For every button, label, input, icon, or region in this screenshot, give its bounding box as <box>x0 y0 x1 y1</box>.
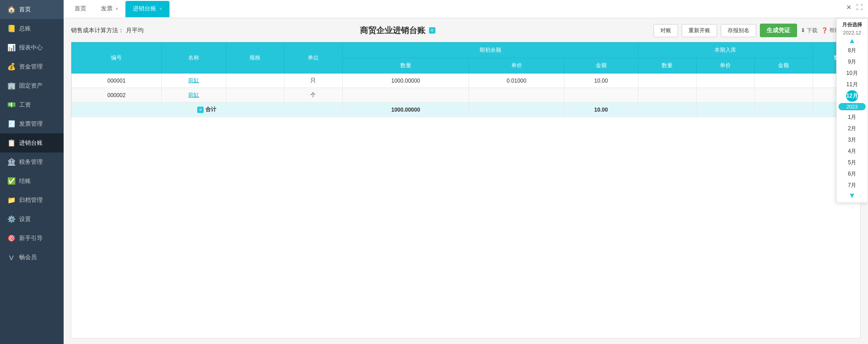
close-window-button[interactable]: ✕ <box>846 4 852 11</box>
sidebar-icon-salary: 💵 <box>7 101 15 109</box>
main-table: 编号 名称 规格 单位 期初余额 本期入库 数 数量 单价 金额 数量 单价 <box>71 42 860 117</box>
tab-close-invoice[interactable]: × <box>115 6 118 11</box>
note-icon[interactable]: ≡ <box>429 27 435 34</box>
scroll-up-button[interactable]: ▲ <box>838 36 866 45</box>
sidebar-label-salary: 工资 <box>19 101 31 109</box>
sidebar-item-settings[interactable]: ⚙️设置 <box>0 210 64 229</box>
sidebar-item-member[interactable]: V畅会员 <box>0 248 64 267</box>
cost-method-text: 销售成本计算方法： <box>71 27 124 34</box>
reopen-button[interactable]: 重新开账 <box>682 24 717 37</box>
sidebar-item-closing[interactable]: ✅结账 <box>0 172 64 191</box>
month-item-2023-2月[interactable]: 2月 <box>848 123 857 134</box>
col-current-inbound: 本期入库 <box>638 43 813 58</box>
sidebar-label-ledger: 总账 <box>19 25 31 33</box>
page-title-area: 商贸企业进销台账 ≡ <box>360 25 437 36</box>
month-item-2022-11月[interactable]: 11月 <box>846 79 858 90</box>
col-opening-qty: 数量 <box>342 58 469 74</box>
sidebar-item-funds[interactable]: 💰资金管理 <box>0 57 64 76</box>
total-opening-price <box>469 103 564 117</box>
sidebar-icon-invoice-mgmt: 🧾 <box>7 120 15 128</box>
tab-close-purchase-sale[interactable]: × <box>159 6 162 11</box>
sidebar-item-purchase-sale[interactable]: 📋进销台账 <box>0 133 64 152</box>
maximize-window-button[interactable]: ⛶ <box>856 4 863 11</box>
month-panel-current-year: 2022.12 <box>843 30 861 35</box>
cell-inbound-price <box>696 74 754 88</box>
sidebar-label-closing: 结账 <box>19 177 31 185</box>
months-2023: 1月2月3月4月5月6月7月 <box>848 112 857 191</box>
toolbar-buttons: 对账 重新开账 存报别名 生成凭证 ⬇ 下载 ❓ 帮助 ↺ 刷新 <box>653 24 861 37</box>
sidebar-item-assets[interactable]: 🏢固定资产 <box>0 76 64 95</box>
total-opening-amount: 10.00 <box>564 103 638 117</box>
sidebar-label-reports: 报表中心 <box>19 44 43 52</box>
col-opening-amount: 金额 <box>564 58 638 74</box>
cell-unit: 只 <box>284 74 342 88</box>
month-item-2023-3月[interactable]: 3月 <box>848 134 857 146</box>
month-item-2022-10月[interactable]: 10月 <box>846 68 858 79</box>
tab-label-purchase-sale: 进销台账 <box>133 5 156 13</box>
main-table-container: 编号 名称 规格 单位 期初余额 本期入库 数 数量 单价 金额 数量 单价 <box>71 42 861 339</box>
cell-inbound-qty <box>638 74 696 88</box>
table-header-row-1: 编号 名称 规格 单位 期初余额 本期入库 数 <box>72 43 860 58</box>
cell-opening-qty: 1000.00000 <box>342 74 469 88</box>
col-spec: 规格 <box>226 43 284 74</box>
match-button[interactable]: 对账 <box>653 24 678 37</box>
generate-voucher-button[interactable]: 生成凭证 <box>760 24 797 37</box>
col-opening-balance: 期初余额 <box>342 43 638 58</box>
main-area: ✕ ⛶ 首页发票×进销台账× 销售成本计算方法： 月平均 商贸企业进销台账 ≡ … <box>64 0 868 344</box>
content-area: 销售成本计算方法： 月平均 商贸企业进销台账 ≡ 对账 重新开账 存报别名 生成… <box>64 18 868 344</box>
sidebar-item-salary[interactable]: 💵工资 <box>0 95 64 114</box>
cost-method-value: 月平均 <box>126 27 144 34</box>
month-item-2022-9月[interactable]: 9月 <box>846 56 858 68</box>
sidebar-item-invoice-mgmt[interactable]: 🧾发票管理 <box>0 114 64 133</box>
sidebar-item-tax[interactable]: 🏦税务管理 <box>0 152 64 172</box>
month-item-2023-1月[interactable]: 1月 <box>848 112 857 123</box>
cell-unit: 个 <box>284 88 342 103</box>
tab-invoice[interactable]: 发票× <box>94 1 125 17</box>
month-panel-title: 月份选择 <box>842 21 862 28</box>
sidebar-icon-tax: 🏦 <box>7 158 15 166</box>
month-item-2022-8月[interactable]: 8月 <box>846 45 858 56</box>
table-total-row: ≡合计 1000.00000 10.00 <box>72 103 860 117</box>
cell-inbound-amount <box>754 74 813 88</box>
cell-inbound-amount <box>754 88 813 103</box>
cell-spec <box>226 74 284 88</box>
table-row: 000002 前缸 个 <box>72 88 860 103</box>
save-alias-button[interactable]: 存报别名 <box>721 24 756 37</box>
tab-home[interactable]: 首页 <box>67 1 94 17</box>
cell-inbound-qty <box>638 88 696 103</box>
tab-purchase-sale[interactable]: 进销台账× <box>125 1 169 17</box>
cell-code: 000002 <box>72 88 162 103</box>
month-item-2023-4月[interactable]: 4月 <box>848 146 857 157</box>
sidebar-icon-assets: 🏢 <box>7 82 15 90</box>
download-button[interactable]: ⬇ 下载 <box>801 27 818 34</box>
sidebar-label-assets: 固定资产 <box>19 82 43 90</box>
month-item-2023-7月[interactable]: 7月 <box>848 180 857 191</box>
sidebar-item-home[interactable]: 🏠首页 <box>0 0 64 19</box>
sidebar-icon-reports: 📊 <box>7 44 15 52</box>
month-item-2023-5月[interactable]: 5月 <box>848 157 857 168</box>
cell-name: 前缸 <box>161 74 226 88</box>
col-name: 名称 <box>161 43 226 74</box>
col-inbound-qty: 数量 <box>638 58 696 74</box>
sidebar-label-home: 首页 <box>19 5 31 14</box>
scroll-down-button[interactable]: ▼ <box>838 191 866 200</box>
download-icon: ⬇ <box>801 27 805 34</box>
cell-opening-qty <box>342 88 469 103</box>
sidebar-icon-archive: 📁 <box>7 196 15 204</box>
cell-opening-amount <box>564 88 638 103</box>
tab-label-invoice: 发票 <box>101 5 113 13</box>
download-label: 下载 <box>807 27 818 34</box>
tab-label-home: 首页 <box>75 5 86 13</box>
sidebar-icon-funds: 💰 <box>7 63 15 71</box>
sidebar-item-archive[interactable]: 📁归档管理 <box>0 191 64 210</box>
sidebar-item-guide[interactable]: 🎯新手引导 <box>0 229 64 248</box>
sidebar-item-reports[interactable]: 📊报表中心 <box>0 38 64 57</box>
sidebar-icon-member: V <box>7 254 15 261</box>
month-item-2023-6月[interactable]: 6月 <box>848 168 857 180</box>
sidebar-label-invoice-mgmt: 发票管理 <box>19 120 43 128</box>
name-link[interactable]: 前缸 <box>188 77 199 84</box>
sidebar-icon-home: 🏠 <box>7 5 15 14</box>
sidebar-item-ledger[interactable]: 📒总账 <box>0 19 64 38</box>
month-item-2022-12月[interactable]: 12月 <box>846 90 858 102</box>
name-link[interactable]: 前缸 <box>188 92 199 98</box>
